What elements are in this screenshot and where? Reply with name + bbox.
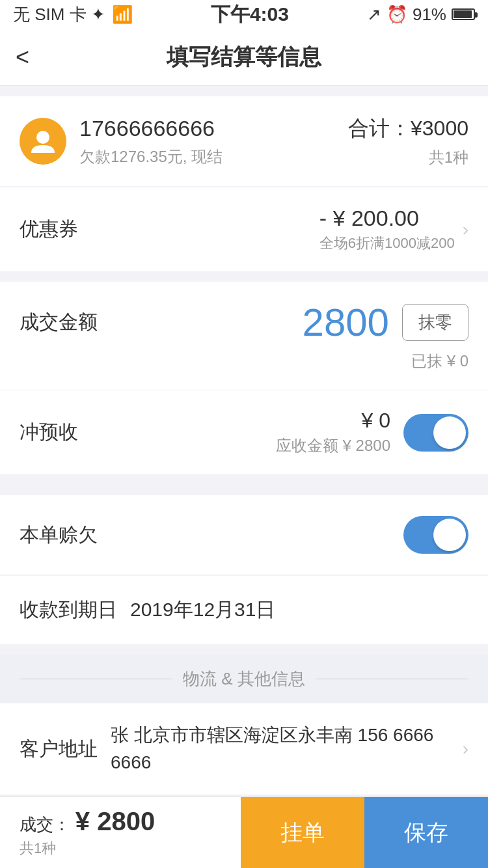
address-label: 客户地址	[20, 736, 98, 763]
svg-point-0	[36, 131, 49, 144]
bottom-deal-price: ¥ 2800	[75, 807, 155, 835]
divider-line-right	[316, 679, 468, 679]
amount-right: 2800 抹零	[303, 300, 468, 345]
total-amount: 合计：¥3000	[348, 115, 468, 143]
status-bar: 无 SIM 卡 ✦ 📶 下午4:03 ↗ ⏰ 91%	[0, 0, 488, 29]
customer-total: 合计：¥3000 共1种	[348, 115, 468, 168]
customer-sub: 欠款1276.35元, 现结	[79, 146, 223, 167]
battery-percent: 91%	[413, 5, 446, 25]
location-icon: ↗	[367, 5, 381, 25]
pre-collection-right: ¥ 0 应收金额 ¥ 2800	[276, 409, 468, 456]
divider-line-left	[20, 679, 172, 679]
bottom-deal-label: 成交：	[20, 815, 70, 834]
amount-section: 成交金额 2800 抹零 已抹 ¥ 0	[0, 282, 488, 390]
pre-collection-toggle[interactable]	[403, 414, 468, 452]
due-date-value: 2019年12月31日	[130, 597, 275, 623]
page-title: 填写结算等信息	[167, 42, 321, 72]
wifi-icon: 📶	[112, 5, 133, 25]
pre-collection-label: 冲预收	[20, 419, 78, 446]
pre-value: ¥ 0	[276, 409, 390, 433]
coupon-label: 优惠券	[20, 216, 78, 243]
chevron-right-icon: ›	[463, 219, 468, 240]
amount-sub: 已抹 ¥ 0	[411, 352, 468, 370]
back-button[interactable]: <	[16, 44, 29, 71]
address-value: 张 北京市市辖区海淀区永丰南 156 6666 6666	[111, 722, 455, 776]
bottom-bar: 成交： ¥ 2800 共1种 挂单 保存	[0, 796, 488, 868]
amount-value: 2800	[303, 300, 389, 345]
amount-row: 成交金额 2800 抹零	[20, 300, 468, 345]
pre-value-block: ¥ 0 应收金额 ¥ 2800	[276, 409, 390, 456]
pre-collection-row: 冲预收 ¥ 0 应收金额 ¥ 2800	[0, 390, 488, 474]
logistics-section-label: 物流 & 其他信息	[183, 668, 305, 690]
customer-info: 17666666666 欠款1276.35元, 现结	[79, 116, 223, 167]
battery-icon	[452, 8, 475, 20]
customer-card: 17666666666 欠款1276.35元, 现结 合计：¥3000 共1种	[0, 96, 488, 186]
status-right: ↗ ⏰ 91%	[367, 5, 475, 25]
customer-left: 17666666666 欠款1276.35元, 现结	[20, 116, 223, 167]
address-row[interactable]: 客户地址 张 北京市市辖区海淀区永丰南 156 6666 6666 ›	[0, 703, 488, 794]
section-divider	[0, 271, 488, 282]
logistics-divider: 物流 & 其他信息	[0, 655, 488, 703]
pre-sub: 应收金额 ¥ 2800	[276, 435, 390, 456]
status-time: 下午4:03	[211, 1, 289, 28]
chevron-right-icon-2: ›	[463, 739, 468, 759]
coupon-row[interactable]: 优惠券 - ¥ 200.00 全场6折满1000减200 ›	[0, 187, 488, 271]
coupon-desc: 全场6折满1000减200	[319, 234, 455, 253]
save-button[interactable]: 保存	[364, 797, 488, 869]
due-date-row: 收款到期日 2019年12月31日	[0, 576, 488, 644]
arrears-label: 本单赊欠	[20, 522, 98, 549]
sim-label: 无 SIM 卡 ✦	[13, 3, 105, 26]
arrears-row: 本单赊欠	[0, 495, 488, 575]
coupon-value: - ¥ 200.00	[319, 206, 455, 231]
avatar	[20, 118, 66, 165]
hang-button[interactable]: 挂单	[241, 797, 364, 869]
due-date-label: 收款到期日	[20, 597, 117, 623]
bottom-deal-row: 成交： ¥ 2800	[20, 807, 221, 836]
alarm-icon: ⏰	[386, 5, 407, 25]
bottom-count: 共1种	[20, 839, 221, 858]
bottom-info: 成交： ¥ 2800 共1种	[0, 807, 241, 858]
user-icon	[29, 127, 57, 156]
section-divider-2	[0, 474, 488, 485]
round-button[interactable]: 抹零	[402, 304, 468, 341]
status-left: 无 SIM 卡 ✦ 📶	[13, 3, 133, 26]
nav-bar: < 填写结算等信息	[0, 29, 488, 86]
total-count: 共1种	[348, 147, 468, 168]
arrears-toggle[interactable]	[403, 516, 468, 554]
coupon-right: - ¥ 200.00 全场6折满1000减200 ›	[319, 206, 468, 253]
amount-label: 成交金额	[20, 309, 98, 336]
customer-phone: 17666666666	[79, 116, 223, 141]
